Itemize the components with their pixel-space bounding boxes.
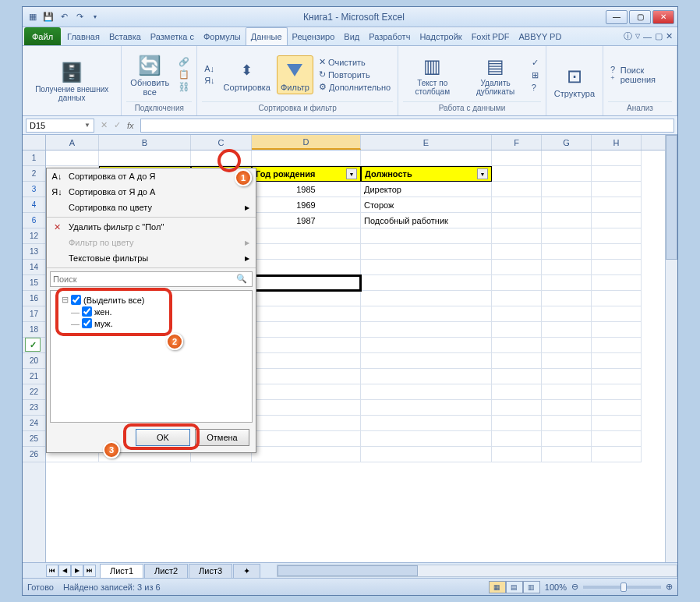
cell[interactable] bbox=[542, 384, 592, 400]
tab-nav-first[interactable]: ⏮ bbox=[46, 565, 58, 577]
cell[interactable] bbox=[592, 260, 642, 275]
cell[interactable] bbox=[542, 322, 592, 338]
cell[interactable] bbox=[592, 150, 642, 166]
cell[interactable] bbox=[592, 322, 642, 338]
cell[interactable] bbox=[252, 291, 361, 306]
row-header[interactable]: 17 bbox=[23, 306, 45, 322]
external-data-button[interactable]: 🗄️ Получение внешних данных bbox=[27, 58, 116, 104]
clear-filter-button[interactable]: ✕Очистить bbox=[316, 56, 393, 68]
consolidate-button[interactable]: ⊞ bbox=[529, 69, 541, 81]
cell[interactable] bbox=[492, 197, 542, 213]
help-icon[interactable]: ⓘ bbox=[624, 30, 632, 42]
cell[interactable] bbox=[542, 166, 592, 182]
tab-nav-last[interactable]: ⏭ bbox=[83, 565, 96, 577]
cell[interactable] bbox=[592, 353, 642, 369]
undo-icon[interactable]: ↶ bbox=[57, 10, 71, 24]
cell[interactable] bbox=[492, 353, 542, 369]
cell[interactable] bbox=[592, 400, 642, 416]
active-cell[interactable] bbox=[251, 274, 362, 292]
filter-search-box[interactable]: 🔍 bbox=[50, 271, 253, 287]
row-header[interactable]: 18 bbox=[23, 322, 45, 338]
cell[interactable] bbox=[252, 228, 361, 244]
clear-column-filter-item[interactable]: ✕Удалить фильтр с "Пол" bbox=[47, 219, 256, 235]
formula-input[interactable] bbox=[140, 119, 674, 133]
cell[interactable] bbox=[46, 150, 99, 166]
cell[interactable] bbox=[542, 338, 592, 353]
filter-dropdown-button[interactable]: ▼ bbox=[477, 168, 488, 179]
cell[interactable] bbox=[492, 150, 542, 166]
row-header[interactable]: 26 bbox=[23, 447, 45, 462]
cell[interactable] bbox=[542, 369, 592, 384]
save-icon[interactable]: 💾 bbox=[41, 10, 55, 24]
cell[interactable] bbox=[361, 244, 492, 260]
cell[interactable] bbox=[361, 447, 492, 462]
sheet-tab[interactable]: Лист2 bbox=[144, 564, 188, 578]
fx-icon[interactable]: fx bbox=[127, 121, 134, 130]
cell[interactable] bbox=[592, 431, 642, 447]
cell[interactable] bbox=[592, 416, 642, 431]
cell[interactable] bbox=[99, 150, 191, 166]
cell[interactable] bbox=[492, 291, 542, 306]
whatif-button[interactable]: ? bbox=[529, 82, 541, 93]
row-header[interactable]: 24 bbox=[23, 416, 45, 431]
cell[interactable] bbox=[492, 384, 542, 400]
cell[interactable] bbox=[542, 275, 592, 291]
ribbon-tab[interactable]: Вид bbox=[339, 27, 364, 45]
cell[interactable] bbox=[592, 182, 642, 197]
redo-icon[interactable]: ↷ bbox=[72, 10, 87, 24]
data-cell[interactable]: 1969 bbox=[252, 197, 361, 213]
new-sheet-button[interactable]: ✦ bbox=[233, 564, 260, 578]
cell[interactable] bbox=[542, 213, 592, 228]
cell[interactable] bbox=[592, 244, 642, 260]
data-cell[interactable]: 1987 bbox=[252, 213, 361, 228]
column-header[interactable]: E bbox=[361, 135, 492, 150]
cell[interactable] bbox=[252, 384, 361, 400]
cell[interactable] bbox=[592, 228, 642, 244]
ribbon-tab[interactable]: Главная bbox=[62, 27, 104, 45]
cell[interactable] bbox=[361, 400, 492, 416]
cell[interactable] bbox=[252, 322, 361, 338]
page-break-view-button[interactable]: ▥ bbox=[523, 581, 540, 593]
reapply-button[interactable]: ↻Повторить bbox=[316, 69, 393, 80]
sort-za-button[interactable]: Я↓ bbox=[202, 75, 217, 86]
cell[interactable] bbox=[252, 400, 361, 416]
properties-button[interactable]: 📋 bbox=[176, 69, 192, 80]
cell[interactable] bbox=[542, 150, 592, 166]
filter-button[interactable]: Фильтр bbox=[277, 55, 313, 94]
column-header[interactable]: G bbox=[542, 135, 592, 150]
select-all-corner[interactable] bbox=[23, 135, 46, 150]
sheet-tab[interactable]: Лист3 bbox=[189, 564, 232, 578]
cell[interactable] bbox=[252, 306, 361, 322]
row-header[interactable]: 20 bbox=[23, 353, 45, 369]
cell[interactable] bbox=[361, 431, 492, 447]
cell[interactable] bbox=[592, 338, 642, 353]
data-cell[interactable]: 1985 bbox=[252, 182, 361, 197]
sort-by-color-item[interactable]: Сортировка по цвету▶ bbox=[47, 200, 256, 215]
cell[interactable] bbox=[492, 447, 542, 462]
row-header[interactable]: 22 bbox=[23, 384, 45, 400]
column-header[interactable]: B bbox=[99, 135, 191, 150]
ribbon-tab[interactable]: Рецензиро bbox=[288, 27, 340, 45]
cancel-button[interactable]: Отмена bbox=[195, 429, 249, 446]
cell[interactable] bbox=[592, 306, 642, 322]
zoom-level[interactable]: 100% bbox=[545, 583, 567, 592]
doc-restore-icon[interactable]: ▢ bbox=[655, 31, 663, 41]
row-header[interactable]: 6 bbox=[23, 213, 45, 228]
ok-button[interactable]: OK bbox=[136, 429, 190, 446]
cell[interactable] bbox=[542, 353, 592, 369]
sort-button[interactable]: ⬍ Сортировка bbox=[221, 56, 274, 94]
cell[interactable] bbox=[592, 291, 642, 306]
doc-close-icon[interactable]: ✕ bbox=[666, 31, 673, 41]
column-header[interactable]: H bbox=[592, 135, 642, 150]
row-header[interactable]: 12 bbox=[23, 228, 45, 244]
close-button[interactable]: ✕ bbox=[652, 10, 674, 24]
cell[interactable] bbox=[361, 291, 492, 306]
remove-duplicates-button[interactable]: ▤ Удалить дубликаты bbox=[465, 52, 525, 97]
cell[interactable] bbox=[542, 447, 592, 462]
sort-desc-item[interactable]: Я↓Сортировка от Я до А bbox=[47, 184, 256, 200]
table-header-cell[interactable]: Год рождения▼ bbox=[252, 166, 361, 182]
cell[interactable] bbox=[252, 338, 361, 353]
cell[interactable] bbox=[252, 244, 361, 260]
edit-links-button[interactable]: ⛓️ bbox=[176, 81, 192, 93]
cell[interactable] bbox=[361, 338, 492, 353]
